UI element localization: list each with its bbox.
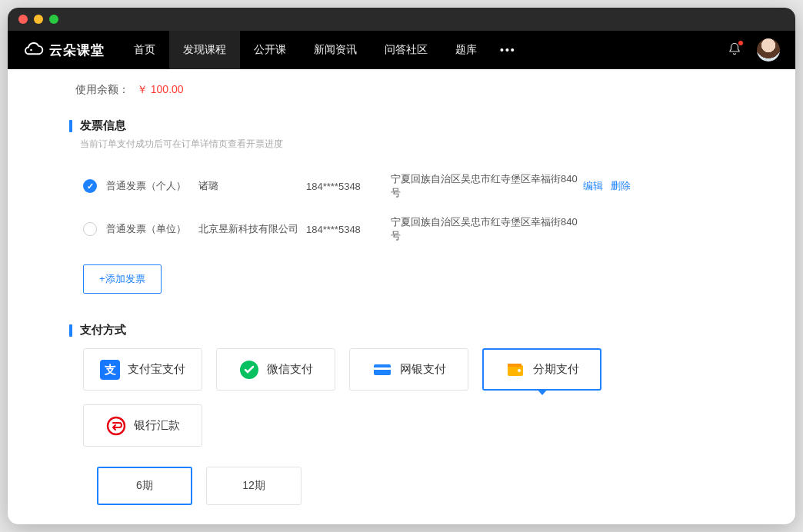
add-invoice-button[interactable]: +添加发票: [83, 264, 162, 294]
top-nav-bar: 云朵课堂 首页 发现课程 公开课 新闻资讯 问答社区 题库 •••: [8, 31, 795, 69]
svg-point-8: [518, 369, 521, 372]
pay-label: 微信支付: [267, 362, 313, 377]
invoice-phone: 184****5348: [306, 181, 391, 192]
invoice-phone: 184****5348: [306, 224, 391, 235]
svg-rect-5: [374, 367, 391, 370]
main-nav: 首页 发现课程 公开课 新闻资讯 问答社区 题库 •••: [120, 31, 525, 69]
radio-checked-icon[interactable]: [83, 179, 97, 193]
notifications-bell[interactable]: [728, 42, 741, 58]
svg-rect-7: [508, 364, 521, 367]
wallet-icon: [505, 360, 525, 380]
invoice-row-company[interactable]: 普通发票（单位） 北京昱新科技有限公司 184****5348 宁夏回族自治区吴…: [69, 208, 734, 251]
svg-point-0: [30, 49, 32, 52]
nav-question-bank[interactable]: 题库: [441, 31, 491, 69]
nav-public[interactable]: 公开课: [240, 31, 300, 69]
section-payment-title: 支付方式: [69, 323, 734, 337]
section-invoice-subtitle: 当前订单支付成功后可在订单详情页查看开票进度: [80, 138, 734, 151]
nav-qa[interactable]: 问答社区: [371, 31, 441, 69]
pay-alipay[interactable]: 支 支付宝支付: [83, 348, 202, 391]
invoice-type: 普通发票（个人）: [106, 179, 198, 193]
pay-installment[interactable]: 分期支付: [482, 348, 601, 391]
radio-unchecked-icon[interactable]: [83, 222, 97, 236]
invoice-name: 诸璐: [198, 179, 306, 193]
invoice-name: 北京昱新科技有限公司: [198, 222, 306, 236]
invoice-delete-link[interactable]: 删除: [611, 179, 631, 193]
installment-period-row: 6期 12期: [97, 467, 734, 505]
balance-label: 使用余额：: [75, 83, 129, 95]
invoice-address: 宁夏回族自治区吴忠市红寺堡区幸福街840号: [391, 215, 583, 243]
nav-news[interactable]: 新闻资讯: [300, 31, 371, 69]
app-window: 云朵课堂 首页 发现课程 公开课 新闻资讯 问答社区 题库 ••• 使用余额： …: [8, 8, 795, 524]
nav-more-icon[interactable]: •••: [491, 44, 525, 56]
cloud-logo-icon: [23, 39, 45, 61]
wechat-icon: [239, 360, 259, 380]
period-6[interactable]: 6期: [97, 467, 192, 505]
invoice-edit-link[interactable]: 编辑: [583, 179, 603, 193]
pay-label: 分期支付: [533, 362, 579, 377]
window-max-dot[interactable]: [49, 15, 58, 24]
netbank-icon: [372, 360, 392, 380]
section-invoice-title: 发票信息: [69, 118, 734, 133]
pay-label: 支付宝支付: [128, 362, 185, 377]
pay-bank-transfer[interactable]: 银行汇款: [83, 404, 202, 447]
pay-label: 银行汇款: [134, 418, 180, 433]
pay-label: 网银支付: [400, 362, 446, 377]
brand-logo[interactable]: 云朵课堂: [23, 39, 105, 61]
window-min-dot[interactable]: [34, 15, 43, 24]
bank-transfer-icon: [106, 416, 126, 436]
payment-method-grid: 支 支付宝支付 微信支付 网银支付 分期支付: [83, 348, 734, 447]
pay-wechat[interactable]: 微信支付: [216, 348, 335, 391]
invoice-type: 普通发票（单位）: [106, 222, 198, 236]
invoice-address: 宁夏回族自治区吴忠市红寺堡区幸福街840号: [391, 172, 583, 200]
brand-name: 云朵课堂: [49, 42, 105, 59]
balance-row: 使用余额： ￥ 100.00: [69, 83, 734, 97]
nav-discover[interactable]: 发现课程: [169, 31, 240, 69]
svg-text:支: 支: [104, 363, 116, 376]
window-titlebar: [8, 8, 795, 31]
notification-badge: [738, 41, 743, 45]
period-12[interactable]: 12期: [206, 467, 302, 505]
balance-amount: ￥ 100.00: [137, 83, 184, 95]
invoice-row-personal[interactable]: 普通发票（个人） 诸璐 184****5348 宁夏回族自治区吴忠市红寺堡区幸福…: [69, 165, 734, 208]
nav-home[interactable]: 首页: [120, 31, 169, 69]
alipay-icon: 支: [100, 360, 120, 380]
pay-netbank[interactable]: 网银支付: [349, 348, 468, 391]
page-content: 使用余额： ￥ 100.00 发票信息 当前订单支付成功后可在订单详情页查看开票…: [8, 69, 795, 524]
window-close-dot[interactable]: [18, 15, 28, 24]
user-avatar[interactable]: [757, 38, 780, 62]
